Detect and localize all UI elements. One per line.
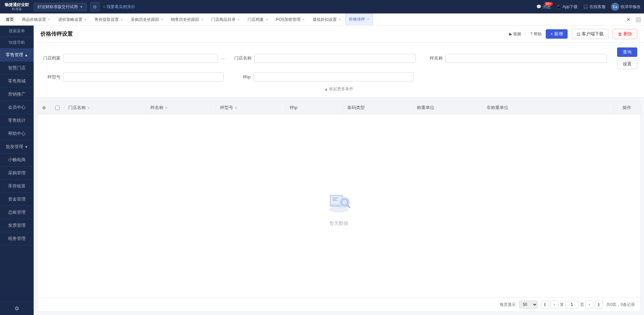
tab-store-catalog-label: 门店商品目录 <box>211 17 236 23</box>
sidebar-item-help-center-label: 帮助中心 <box>8 131 26 137</box>
sidebar-item-smart-store[interactable]: 智慧门店 <box>0 62 34 75</box>
tab-actions: ✕ ⬜ <box>624 15 642 24</box>
tab-min-discount-close[interactable]: × <box>339 18 341 22</box>
tab-sales-history-close[interactable]: × <box>201 18 203 22</box>
page-header-actions: ▶ 视频 | ? 帮助 + 新增 ⊡ 客户端下载 🗑 删除 <box>509 29 637 39</box>
topbar-settings-button[interactable]: ⚙ <box>90 2 100 11</box>
pagination-bar: 每页显示 50 10 20 100 ⟪ ‹ 算 页 › ⟫ 共0页，0条记录 <box>37 298 640 311</box>
sidebar-item-invoice[interactable]: 发票管理 <box>0 219 34 232</box>
page-nav: ⟪ ‹ 算 页 › ⟫ <box>541 301 603 309</box>
store-archive-ellipsis[interactable]: ··· <box>221 56 225 61</box>
sidebar-item-xiaochang-ecom-label: 小畅电商 <box>8 157 26 163</box>
tab-purchase-history[interactable]: 采购历史价跟踪 × <box>127 14 167 25</box>
sidebar-settings-button[interactable]: ⚙ <box>0 302 34 315</box>
scale-model-input[interactable] <box>63 72 224 81</box>
tab-home[interactable]: 首页 <box>2 14 17 25</box>
sidebar-item-wholesale[interactable]: 批发管理 ▼ <box>0 140 34 153</box>
tab-close-window[interactable]: ✕ <box>624 15 633 24</box>
store-name-input[interactable] <box>254 54 416 63</box>
tab-sales-history[interactable]: 销售历史价跟踪 × <box>167 14 207 25</box>
sidebar-search[interactable]: 搜索菜单 <box>0 26 34 37</box>
form-field-scale-name: 秤名称 <box>423 54 607 63</box>
tab-pos-manage[interactable]: POS加密管理 × <box>272 14 308 25</box>
page-last-button[interactable]: ⟫ <box>595 301 603 309</box>
th-barcode-type-label: 条码类型 <box>347 105 365 111</box>
main-layout: 搜索菜单 快捷导航 零售管理 ▲ 智慧门店 零售商城 营销推广 会员中心 零售统… <box>0 26 644 315</box>
app-download-label: App下载 <box>563 4 578 10</box>
tab-min-discount[interactable]: 最低折扣设置 × <box>309 14 345 25</box>
total-info: 共0页，0条记录 <box>606 302 635 308</box>
tab-purchase-strategy-close[interactable]: × <box>84 18 86 22</box>
user-button[interactable]: Ea 徐泽华修改 <box>611 3 641 11</box>
scale-name-input[interactable] <box>445 54 607 63</box>
th-barcode-type: 条码类型 <box>343 101 413 114</box>
th-action-label: 操作 <box>622 105 631 111</box>
page-next-button[interactable]: › <box>585 301 594 309</box>
tab-purchase-history-close[interactable]: × <box>161 18 163 22</box>
tab-sale-extract-label: 售价提取设置 <box>95 17 119 23</box>
sidebar-item-marketing[interactable]: 营销推广 <box>0 88 34 101</box>
app-download-button[interactable]: 📱 App下载 <box>556 4 578 10</box>
sidebar-item-retail-manage[interactable]: 零售管理 ▲ <box>0 48 34 62</box>
video-link[interactable]: ▶ 视频 <box>509 31 521 37</box>
help-link[interactable]: ? 帮助 <box>530 31 542 37</box>
demo-button[interactable]: ○ 我要看实例演示 <box>103 4 135 10</box>
sidebar-item-member-center[interactable]: 会员中心 <box>0 101 34 114</box>
tab-store-catalog[interactable]: 门店商品目录 × <box>208 14 243 25</box>
tab-price-scale[interactable]: 价格传秤 × <box>345 14 373 25</box>
delete-button[interactable]: 🗑 删除 <box>613 29 637 39</box>
th-scale-name[interactable]: 秤名称 ⇅ <box>146 101 216 114</box>
online-service-button[interactable]: 🎧 在线客服 <box>583 4 606 10</box>
scale-name-label: 秤名称 <box>423 55 443 61</box>
sidebar-quick-nav[interactable]: 快捷导航 <box>0 37 34 48</box>
set-label: 设置 <box>623 61 632 66</box>
form-field-store-name: 门店名称 <box>231 54 416 63</box>
empty-icon <box>324 185 354 216</box>
tab-goods-price[interactable]: 商品价格设置 × <box>18 14 54 25</box>
th-scale-ip-label: 秤ip <box>290 105 297 111</box>
query-button[interactable]: 查询 <box>617 47 637 57</box>
per-page-select[interactable]: 50 10 20 100 <box>519 301 538 309</box>
tab-store-catalog-close[interactable]: × <box>238 18 240 22</box>
page-prev-button[interactable]: ‹ <box>550 301 559 309</box>
th-scale-model[interactable]: 秤型号 ⇅ <box>216 101 286 114</box>
sidebar-item-tax[interactable]: 税务管理 <box>0 232 34 245</box>
th-settings[interactable]: ⚙ <box>37 102 51 114</box>
sidebar-search-label: 搜索菜单 <box>9 29 25 33</box>
sidebar-item-retail-manage-label: 零售管理 <box>6 52 23 58</box>
sidebar-item-retail-mall[interactable]: 零售商城 <box>0 75 34 88</box>
sidebar-item-general-ledger[interactable]: 总账管理 <box>0 206 34 219</box>
sidebar-item-retail-stats[interactable]: 零售统计 <box>0 114 34 127</box>
add-button[interactable]: + 新增 <box>546 29 568 39</box>
sidebar-item-retail-stats-label: 零售统计 <box>8 117 26 124</box>
table-wrapper: ⚙ 门店名称 ⇅ 秤名称 ⇅ 秤型号 ⇅ 秤ip <box>37 101 641 312</box>
tab-purchase-strategy[interactable]: 进价策略设置 × <box>55 14 90 25</box>
sidebar-item-purchase-manage[interactable]: 采购管理 <box>0 167 34 180</box>
collapse-button[interactable]: ▲ 收起更多条件 <box>324 86 354 92</box>
select-all-checkbox[interactable] <box>55 106 60 110</box>
set-button[interactable]: 设置 <box>617 59 637 69</box>
sidebar-item-inventory[interactable]: 库存核算 <box>0 180 34 193</box>
tab-goods-price-close[interactable]: × <box>48 18 50 22</box>
page-first-button[interactable]: ⟪ <box>541 301 549 309</box>
sidebar-item-finance[interactable]: 资金管理 <box>0 193 34 206</box>
th-checkbox[interactable] <box>51 102 64 113</box>
page-number-input[interactable] <box>565 301 579 308</box>
help-icon: ? <box>530 32 533 36</box>
version-selector[interactable]: 好业财标准版交付试用 ▼ <box>34 3 87 11</box>
tab-price-scale-close[interactable]: × <box>367 18 369 21</box>
tab-store-archive[interactable]: 门店档案 × <box>244 14 272 25</box>
sidebar-item-help-center[interactable]: 帮助中心 <box>0 127 34 140</box>
tab-sale-extract-close[interactable]: × <box>121 18 123 22</box>
th-store-name[interactable]: 门店名称 ⇅ <box>64 101 146 114</box>
export-button[interactable]: ⊡ 客户端下载 <box>572 29 609 39</box>
messages-button[interactable]: 💬 消息 99+ <box>536 4 551 10</box>
tab-sale-extract[interactable]: 售价提取设置 × <box>91 14 127 25</box>
scale-ip-input[interactable] <box>253 72 414 81</box>
tab-maximize-window[interactable]: ⬜ <box>634 15 642 24</box>
tab-store-archive-close[interactable]: × <box>266 18 268 22</box>
tab-pos-manage-close[interactable]: × <box>302 18 305 22</box>
svg-rect-9 <box>332 200 337 201</box>
store-archive-input[interactable] <box>63 54 218 63</box>
sidebar-item-xiaochang-ecom[interactable]: 小畅电商 <box>0 153 34 167</box>
